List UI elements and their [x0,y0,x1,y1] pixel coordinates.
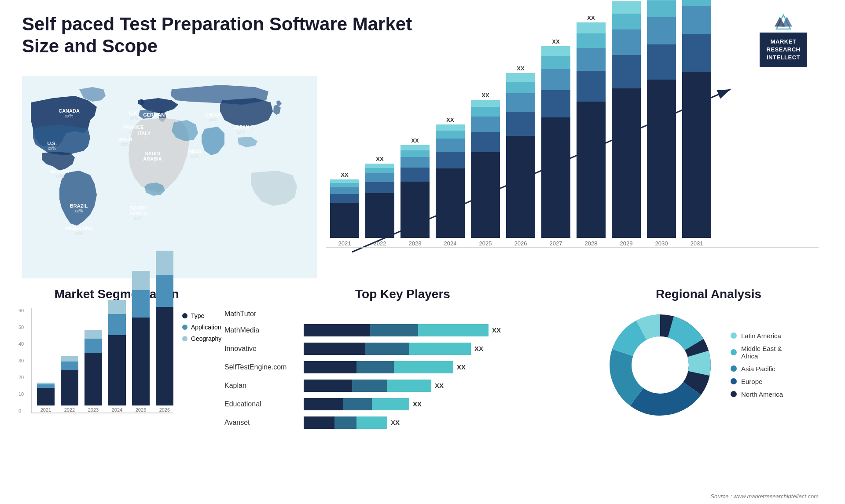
svg-marker-2 [782,17,792,26]
player-row-avanset: Avanset XX [224,416,581,429]
legend-label-apac: Asia Pacific [741,365,775,373]
legend-item-latin: Latin America [731,332,783,340]
legend-item-na: North America [731,391,783,398]
legend-dot-apac [731,365,737,372]
legend-label-europe: Europe [741,378,762,385]
page-title: Self paced Test Preparation Software Mar… [22,13,418,58]
player-name: Educational [224,400,299,408]
player-bar-container: XX [304,398,581,410]
seg-legend-type: Type [191,312,204,319]
player-xx: XX [413,400,422,408]
player-name: SelfTestEngine.com [224,363,299,371]
donut-chart [603,308,717,422]
player-bar-container: XX [304,324,581,336]
players-title: Top Key Players [224,287,581,301]
legend-label-na: North America [741,391,783,398]
world-map: CANADAxx% U.S.xx% MEXICOxx% BRAZILxx% AR… [22,76,304,278]
legend-dot-na [731,391,737,397]
page-header: Self paced Test Preparation Software Mar… [0,0,845,72]
player-name: MathTutor [224,310,299,318]
logo-area: MARKET RESEARCH INTELLECT [744,13,823,67]
legend-dot-mea [731,349,737,355]
legend-dot-latin [731,332,737,339]
bar-chart-section: XX 2021 XX [312,72,832,283]
player-bar-container: XX [304,343,581,355]
player-xx: XX [492,326,501,334]
donut-area: Latin America Middle East &Africa Asia P… [603,308,814,422]
player-row-mathtutor: MathTutor [224,310,581,318]
player-row-selftestengine: SelfTestEngine.com XX [224,361,581,373]
legend-item-mea: Middle East &Africa [731,345,783,360]
logo-box: MARKET RESEARCH INTELLECT [760,33,808,67]
segmentation-title: Market Segmentation [31,287,202,301]
player-xx: XX [435,382,444,389]
player-name: MathMedia [224,326,299,334]
legend-item-apac: Asia Pacific [731,365,783,373]
player-xx: XX [391,419,400,426]
player-name: Kaplan [224,382,299,390]
players-section: Top Key Players MathTutor MathMedia XX [211,287,594,435]
regional-title: Regional Analysis [603,287,814,301]
logo-icon [772,13,794,31]
player-xx: XX [457,363,466,371]
player-bar-container: XX [304,380,581,392]
player-row-innovative: Innovative XX [224,343,581,355]
legend-label-mea: Middle East &Africa [741,345,782,360]
legend-dot-europe [731,378,737,384]
segmentation-section: Market Segmentation 0102030405060 [22,287,211,435]
player-row-kaplan: Kaplan XX [224,380,581,392]
player-xx: XX [474,345,483,352]
legend-item-europe: Europe [731,378,783,385]
svg-point-11 [633,338,687,392]
player-bar-container: XX [304,361,581,373]
player-name: Innovative [224,345,299,353]
player-row-educational: Educational XX [224,398,581,410]
main-content: CANADAxx% U.S.xx% MEXICOxx% BRAZILxx% AR… [0,72,845,444]
player-bar-container: XX [304,416,581,429]
regional-section: Regional Analysis [594,287,823,435]
regional-legend: Latin America Middle East &Africa Asia P… [731,332,783,398]
bottom-row: Market Segmentation 0102030405060 [13,283,832,444]
player-row-mathmedia: MathMedia XX [224,324,581,336]
player-name: Avanset [224,419,299,427]
source-text: Source : www.marketresearchintellect.com [710,493,819,500]
legend-label-latin: Latin America [741,332,781,340]
map-svg [22,76,317,278]
